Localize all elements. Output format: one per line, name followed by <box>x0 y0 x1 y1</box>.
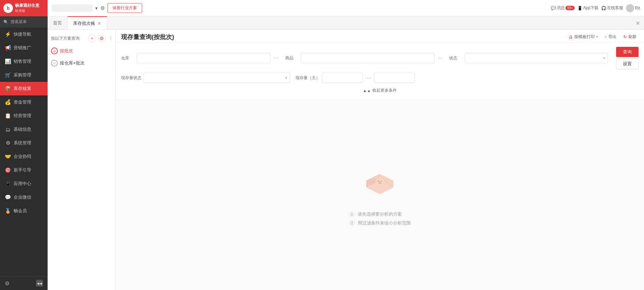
sidebar-item-label: 企业微信 <box>14 194 31 200</box>
goods-input[interactable] <box>301 53 435 63</box>
tab-home[interactable]: 首页 <box>48 16 68 30</box>
sidebar-item-operation[interactable]: 📋 经营管理 <box>0 109 48 123</box>
refresh-btn[interactable]: ↻ 刷新 <box>621 33 639 41</box>
filter-panel: 按以下方案查询 ＋ ⚙ 《 ⊙ 按批次 ⊙ 按仓库+批次 <box>48 30 116 290</box>
sidebar-item-apps[interactable]: 📱 应用中心 <box>0 177 48 191</box>
app-download-btn[interactable]: 📱 App下载 <box>577 5 598 11</box>
filter-form: 仓库 ··· 商品 ··· 状态 <box>116 43 644 100</box>
filter-item-label: 按批次 <box>60 48 73 54</box>
sidebar-item-label: 经营管理 <box>14 113 31 119</box>
sidebar-item-label: 畅会员 <box>14 208 27 214</box>
gear-btn[interactable]: ⚙ <box>100 5 105 11</box>
finance-icon: 💰 <box>5 99 11 105</box>
warehouse-more-btn[interactable]: ··· <box>272 55 279 61</box>
app-download-label: App下载 <box>583 5 598 11</box>
sidebar-item-wechat[interactable]: 💬 企业微信 <box>0 191 48 204</box>
settings-icon[interactable]: ⚙ <box>5 280 10 287</box>
sidebar-search[interactable]: 🔍 搜索菜单 <box>0 16 48 28</box>
status-select[interactable] <box>465 53 608 63</box>
filter-row-1: 仓库 ··· 商品 ··· 状态 <box>121 47 639 69</box>
warehouse-batch-icon: ⊙ <box>51 60 58 67</box>
tab-inventory-batch[interactable]: 库存批次账 ✕ <box>68 16 107 30</box>
sidebar-item-marketing[interactable]: 📢 营销推广 <box>0 41 48 55</box>
avatar <box>626 4 634 12</box>
goods-more-btn[interactable]: ··· <box>437 55 444 61</box>
print-icon: 🖨 <box>569 34 573 39</box>
sidebar-footer: ⚙ ◀◀ <box>0 276 48 290</box>
sidebar-item-vip[interactable]: 🏅 畅会员 <box>0 204 48 218</box>
sidebar: b 畅康通好生意 标准版 🔍 搜索菜单 ⚡ 快捷导航 📢 营销推广 📊 销售管理… <box>0 0 48 290</box>
inv-status-select[interactable] <box>143 73 290 83</box>
sidebar-collapse-btn[interactable]: ◀◀ <box>36 280 43 287</box>
newbie-icon: 🎯 <box>5 167 11 173</box>
sidebar-item-enterprise[interactable]: 🤝 企业协同 <box>0 150 48 163</box>
inv-status-select-wrapper: ▾ <box>143 73 290 83</box>
settings-btn[interactable]: 设置 <box>616 58 639 69</box>
scheme-settings-btn[interactable]: ⚙ <box>98 35 105 42</box>
refresh-icon: ↻ <box>623 34 627 39</box>
sidebar-item-newbie[interactable]: 🎯 新手引导 <box>0 163 48 177</box>
main-area: ▾ ⚙ 体验行业方案 💬 消息 99+ 📱 App下载 🎧 在线客服 Rit 首… <box>48 0 644 290</box>
tab-close-btn[interactable]: ✕ <box>97 21 101 26</box>
experience-btn[interactable]: 体验行业方案 <box>107 3 142 13</box>
warehouse-input[interactable] <box>137 53 270 63</box>
filter-field-inv-status: 现存量状态 ▾ <box>121 73 290 83</box>
query-area: 现存量查询(按批次) 🖨 按模板打印 ▾ ↑ 导出 ↻ 刷新 <box>116 30 644 290</box>
sidebar-item-label: 资金管理 <box>14 99 31 105</box>
sidebar-item-label: 营销推广 <box>14 45 31 51</box>
breadcrumb-input[interactable] <box>52 4 92 12</box>
hint-num-2: 2 <box>349 220 355 226</box>
sidebar-item-system[interactable]: ⚙ 系统管理 <box>0 136 48 150</box>
sidebar-item-shortcut[interactable]: ⚡ 快捷导航 <box>0 28 48 41</box>
message-icon: 💬 <box>551 6 556 11</box>
operation-icon: 📋 <box>5 113 11 119</box>
message-btn[interactable]: 💬 消息 99+ <box>551 5 575 11</box>
query-btn[interactable]: 查询 <box>616 47 639 57</box>
app-version: 标准版 <box>15 8 39 13</box>
sidebar-item-purchase[interactable]: 🛒 采购管理 <box>0 68 48 82</box>
refresh-label: 刷新 <box>628 34 637 40</box>
basic-icon: 🗂 <box>5 126 11 132</box>
add-scheme-btn[interactable]: ＋ <box>88 35 96 42</box>
warehouse-label: 仓库 <box>121 55 135 61</box>
sidebar-item-label: 基础信息 <box>14 126 31 132</box>
download-icon: 📱 <box>577 6 582 11</box>
filter-field-inv-qty: 现存量（主） — <box>295 73 464 83</box>
filter-item-by-warehouse-batch[interactable]: ⊙ 按仓库+批次 <box>48 57 115 69</box>
print-label: 按模板打印 <box>574 34 595 40</box>
export-btn[interactable]: ↑ 导出 <box>603 33 619 41</box>
user-avatar-btn[interactable]: Rit <box>626 4 640 12</box>
filter-item-by-batch[interactable]: ⊙ 按批次 <box>48 45 115 57</box>
sidebar-item-basic[interactable]: 🗂 基础信息 <box>0 123 48 136</box>
filter-field-goods: 商品 ··· <box>285 53 444 63</box>
print-chevron: ▾ <box>596 35 598 39</box>
online-service-btn[interactable]: 🎧 在线客服 <box>601 5 623 11</box>
sidebar-item-label: 库存核算 <box>14 86 31 92</box>
search-menu-label: 搜索菜单 <box>11 19 27 25</box>
sidebar-header: b 畅康通好生意 标准版 <box>0 0 48 16</box>
user-label: Rit <box>635 6 640 11</box>
message-badge: 99+ <box>565 6 575 10</box>
tabbar: 首页 库存批次账 ✕ ✕ <box>48 16 644 30</box>
vip-icon: 🏅 <box>5 208 11 214</box>
qty-dash: — <box>365 75 372 80</box>
collapse-panel-btn[interactable]: 《 <box>107 35 112 41</box>
hint-text-1: 请先选择要分析的方案 <box>358 211 402 217</box>
hint-item-2: 2 用过滤条件来缩小分析范围 <box>349 220 411 226</box>
print-btn[interactable]: 🖨 按模板打印 ▾ <box>566 33 600 41</box>
filter-panel-title: 按以下方案查询 <box>51 36 80 41</box>
online-service-label: 在线客服 <box>607 5 623 11</box>
sidebar-item-label: 企业协同 <box>14 153 31 160</box>
chevron-down-btn[interactable]: ▾ <box>95 5 98 11</box>
sidebar-item-inventory[interactable]: 📦 库存核算 <box>0 82 48 95</box>
apps-icon: 📱 <box>5 181 11 187</box>
inv-qty-min-input[interactable] <box>322 73 363 83</box>
tabbar-close-right-btn[interactable]: ✕ <box>635 20 640 26</box>
export-label: 导出 <box>608 34 616 40</box>
sidebar-item-sales[interactable]: 📊 销售管理 <box>0 55 48 68</box>
collapse-row[interactable]: ▲▲ 收起更多条件 <box>121 86 639 95</box>
sidebar-item-finance[interactable]: 💰 资金管理 <box>0 95 48 109</box>
inv-qty-max-input[interactable] <box>374 73 415 83</box>
page-title: 现存量查询(按批次) <box>121 33 174 41</box>
sidebar-item-label: 应用中心 <box>14 181 31 187</box>
